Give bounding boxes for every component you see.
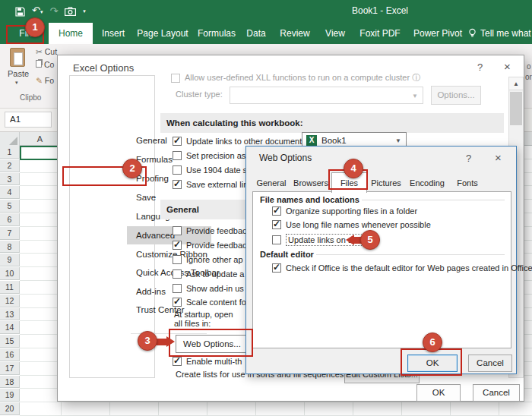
row-header-19[interactable]: 19 <box>0 389 20 402</box>
checkbox[interactable] <box>173 269 182 279</box>
help-button[interactable]: ? <box>477 61 483 73</box>
column-header-a[interactable]: A <box>20 132 61 146</box>
camera-icon[interactable] <box>65 7 76 16</box>
checkbox[interactable] <box>173 180 182 189</box>
checkbox[interactable] <box>173 298 182 307</box>
selected-cell-a1[interactable] <box>20 146 61 160</box>
ribbon-tab-page-layout[interactable]: Page Layout <box>135 23 190 44</box>
row-header-6[interactable]: 6 <box>0 213 20 226</box>
cluster-options-button[interactable]: Options... <box>431 86 481 105</box>
startup-label-1: At startup, open <box>174 310 233 319</box>
calc-check-3[interactable]: Save external lin <box>173 180 248 189</box>
general-check-5[interactable]: Scale content fo <box>173 298 246 307</box>
row-header-3[interactable]: 3 <box>0 173 20 186</box>
checkbox[interactable] <box>272 263 281 273</box>
paste-label[interactable]: Paste <box>8 69 29 78</box>
checkbox[interactable] <box>173 284 182 293</box>
paste-button[interactable] <box>10 48 25 67</box>
calc-check-1[interactable]: Set precision as <box>173 151 245 160</box>
copy-icon <box>36 60 42 68</box>
row-header-14[interactable]: 14 <box>0 321 20 334</box>
checkbox[interactable] <box>173 137 182 146</box>
row-header-15[interactable]: 15 <box>0 335 20 348</box>
web-options-tab-fonts[interactable]: Fonts <box>451 174 484 192</box>
chevron-down-icon: ▼ <box>412 92 418 99</box>
row-header-17[interactable]: 17 <box>0 362 20 375</box>
ribbon-tab-formulas[interactable]: Formulas <box>193 23 240 44</box>
xll-functions-checkbox[interactable]: Allow user-defined XLL functions to run … <box>171 72 420 84</box>
row-header-2[interactable]: 2 <box>0 159 20 172</box>
ribbon-tab-data[interactable]: Data <box>242 23 271 44</box>
general-check-1[interactable]: Provide feedbac <box>173 241 247 250</box>
checkbox[interactable] <box>171 74 180 83</box>
web-options-tab-general[interactable]: General <box>254 174 289 192</box>
checkbox-label: Use 1904 date sy <box>186 165 252 175</box>
web-options-tab-browsers[interactable]: Browsers <box>290 174 331 192</box>
row-header-11[interactable]: 11 <box>0 281 20 294</box>
file-names-check-1[interactable]: Use long file names whenever possible <box>272 220 431 229</box>
row-header-10[interactable]: 10 <box>0 267 20 280</box>
row-header-7[interactable]: 7 <box>0 227 20 240</box>
default-editor-checkbox[interactable]: Check if Office is the default editor fo… <box>272 263 532 273</box>
web-options-tab-encoding[interactable]: Encoding <box>405 174 449 192</box>
general-check-3[interactable]: Ask to update a <box>173 269 244 279</box>
row-header-5[interactable]: 5 <box>0 200 20 213</box>
row-header-8[interactable]: 8 <box>0 241 20 254</box>
general-check-4[interactable]: Show add-in us <box>173 284 244 293</box>
ribbon-tab-home[interactable]: Home <box>49 23 93 44</box>
row-header-18[interactable]: 18 <box>0 376 20 389</box>
web-options-tab-pictures[interactable]: Pictures <box>369 174 404 192</box>
close-button[interactable]: × <box>504 60 511 73</box>
close-button[interactable]: × <box>495 151 502 164</box>
enable-multithread-checkbox[interactable]: Enable multi-th <box>173 357 242 366</box>
scrollbar-thumb[interactable] <box>510 92 522 125</box>
name-box[interactable]: A1 <box>5 112 52 128</box>
checkbox-label: Ask to update a <box>186 269 244 279</box>
qat-customize-icon[interactable]: ▾ <box>83 8 86 14</box>
row-header-13[interactable]: 13 <box>0 308 20 321</box>
row-header-16[interactable]: 16 <box>0 348 20 361</box>
row-header-12[interactable]: 12 <box>0 295 20 307</box>
general-check-0[interactable]: Provide feedbac <box>173 226 247 235</box>
checkbox[interactable] <box>173 226 182 235</box>
select-all-triangle-icon <box>9 137 17 145</box>
ribbon-tab-foxit-pdf[interactable]: Foxit PDF <box>356 23 404 44</box>
checkbox[interactable] <box>173 357 182 366</box>
cluster-type-label: Cluster type: <box>176 90 223 99</box>
checkbox[interactable] <box>272 206 281 216</box>
web-options-dialog: Web Options ? × GeneralBrowsersFilesPict… <box>245 146 517 374</box>
row-header-9[interactable]: 9 <box>0 254 20 266</box>
checkbox[interactable] <box>173 151 182 160</box>
checkbox[interactable] <box>173 241 182 250</box>
cut-button[interactable]: ✂ Cut <box>36 47 57 56</box>
redo-icon[interactable]: ↷ <box>49 5 58 18</box>
paste-dropdown-icon[interactable]: ▾ <box>15 80 18 86</box>
checkbox[interactable] <box>173 165 182 175</box>
format-painter-button[interactable]: ✎ Fo <box>36 76 54 85</box>
row-header-1[interactable]: 1 <box>0 146 20 159</box>
ribbon-tab-view[interactable]: View <box>319 23 351 44</box>
checkbox[interactable] <box>272 235 281 244</box>
calc-check-2[interactable]: Use 1904 date sy <box>173 165 252 175</box>
scroll-up-icon[interactable] <box>509 77 523 90</box>
save-icon[interactable] <box>15 7 25 17</box>
ribbon-tab-insert[interactable]: Insert <box>96 23 131 44</box>
checkbox[interactable] <box>173 255 182 264</box>
copy-button[interactable]: Co <box>36 60 54 69</box>
file-names-check-0[interactable]: Organize supporting files in a folder <box>272 206 417 216</box>
general-check-2[interactable]: Ignore other ap <box>173 255 243 264</box>
tell-me-box[interactable]: Tell me what <box>468 23 531 44</box>
undo-icon[interactable]: ↶▾ <box>32 4 43 19</box>
help-button[interactable]: ? <box>466 153 471 164</box>
excel-options-ok-button[interactable]: OK <box>416 384 461 402</box>
row-header-20[interactable]: 20 <box>0 402 20 415</box>
cluster-type-dropdown[interactable]: ▼ <box>230 87 423 104</box>
calc-check-0[interactable]: Update links to other documents <box>173 137 306 146</box>
web-options-cancel-button[interactable]: Cancel <box>468 355 512 372</box>
checkbox[interactable] <box>272 220 281 229</box>
excel-options-cancel-button[interactable]: Cancel <box>473 384 520 402</box>
ribbon-tab-power-pivot[interactable]: Power Pivot <box>409 23 467 44</box>
row-header-4[interactable]: 4 <box>0 186 20 199</box>
quick-access-toolbar: ↶▾ ↷ ▾ <box>15 5 86 18</box>
ribbon-tab-review[interactable]: Review <box>275 23 315 44</box>
